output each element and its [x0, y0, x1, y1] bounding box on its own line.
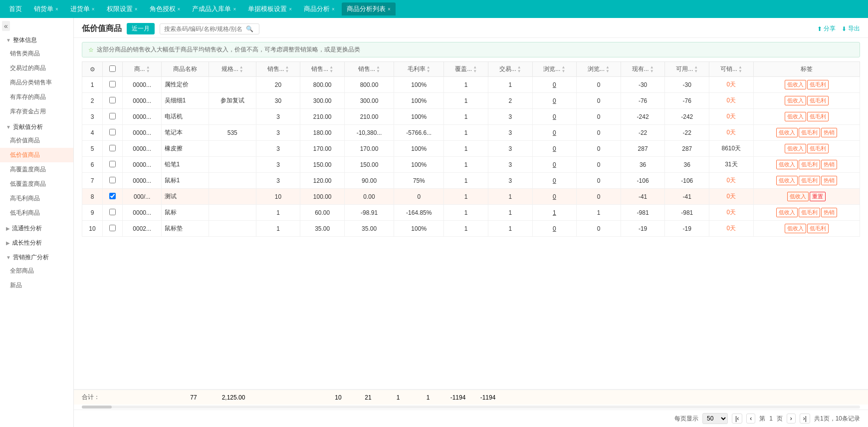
sidebar-item-all-goods[interactable]: 全部商品 — [0, 264, 73, 278]
pagination-first-btn[interactable]: |‹ — [732, 414, 742, 424]
nav-template-settings[interactable]: 单据模板设置 × — [243, 2, 297, 15]
sidebar-item-sales-goods[interactable]: 销售类商品 — [0, 46, 73, 61]
sidebar-group-overall[interactable]: ▼ 整体信息 — [0, 32, 73, 46]
tag-label: 低收入 — [776, 128, 798, 137]
nav-home[interactable]: 首页 — [4, 2, 27, 15]
row-checkbox[interactable] — [109, 129, 116, 135]
browse1-link[interactable]: 0 — [553, 145, 556, 152]
sidebar-item-high-margin[interactable]: 高毛利商品 — [0, 191, 73, 206]
filter-date-btn[interactable]: 近一月 — [127, 23, 155, 34]
cell-checkbox[interactable] — [103, 125, 123, 141]
row-checkbox[interactable] — [109, 225, 116, 231]
nav-product-analysis[interactable]: 商品分析 × — [299, 2, 340, 15]
table-row: 7 0000... 鼠标1 3 120.00 90.00 75% 1 3 0 0… — [82, 173, 860, 189]
cell-browse1[interactable]: 0 — [532, 221, 577, 237]
row-checkbox[interactable] — [109, 81, 116, 87]
cell-checkbox[interactable] — [103, 77, 123, 93]
sidebar-item-low-coverage[interactable]: 低覆盖度商品 — [0, 177, 73, 191]
nav-close-sales-order[interactable]: × — [55, 6, 58, 12]
cell-checkbox[interactable] — [103, 93, 123, 109]
cell-browse1[interactable]: 0 — [532, 189, 577, 205]
browse1-link[interactable]: 0 — [553, 97, 556, 104]
share-btn[interactable]: ⬆ 分享 — [817, 24, 836, 33]
nav-product-analysis-list[interactable]: 商品分析列表 × — [342, 2, 396, 15]
sidebar-group-marketing[interactable]: ▼ 营销推广分析 — [0, 249, 73, 264]
nav-permission-settings[interactable]: 权限设置 × — [102, 2, 143, 15]
browse1-link[interactable]: 0 — [553, 177, 556, 184]
cell-checkbox[interactable] — [103, 189, 123, 205]
sidebar-group-growth[interactable]: ▶ 成长性分析 — [0, 235, 73, 249]
sidebar-collapse-btn[interactable]: « — [2, 21, 10, 31]
nav-sales-order[interactable]: 销货单 × — [29, 2, 63, 15]
browse1-link[interactable]: 0 — [553, 193, 556, 200]
search-box[interactable]: 🔍 — [160, 23, 259, 34]
nav-close-purchase-order[interactable]: × — [92, 6, 95, 12]
cell-browse1[interactable]: 0 — [532, 157, 577, 173]
scrollbar-track[interactable] — [82, 406, 860, 409]
cell-checkbox[interactable] — [103, 205, 123, 221]
sidebar: « ▼ 整体信息 销售类商品 交易过的商品 商品分类销售率 有库存的商品 库存资… — [0, 18, 74, 427]
sidebar-item-traded-goods[interactable]: 交易过的商品 — [0, 61, 73, 75]
col-checkbox-all[interactable] — [103, 62, 123, 77]
current-page-num: 1 — [769, 415, 773, 422]
browse1-link[interactable]: 0 — [553, 113, 556, 120]
nav-close-permission[interactable]: × — [135, 6, 138, 12]
cell-coverage: 1 — [444, 157, 488, 173]
row-checkbox[interactable] — [109, 97, 116, 103]
col-settings[interactable]: ⚙ — [82, 62, 103, 77]
nav-purchase-order[interactable]: 进货单 × — [65, 2, 100, 15]
cell-browse1[interactable]: 0 — [532, 109, 577, 125]
browse1-link[interactable]: 0 — [553, 129, 556, 136]
per-page-select[interactable]: 50 100 200 — [702, 413, 728, 424]
nav-close-product-analysis-list[interactable]: × — [388, 6, 391, 12]
row-checkbox[interactable] — [109, 209, 116, 215]
sidebar-group-contribution[interactable]: ▼ 贡献值分析 — [0, 119, 73, 133]
row-checkbox[interactable] — [109, 145, 116, 151]
sidebar-group-liquidity[interactable]: ▶ 流通性分析 — [0, 220, 73, 235]
nav-product-warehouse[interactable]: 产成品入库单 × — [187, 2, 241, 15]
sidebar-item-inventory-capital[interactable]: 库存资金占用 — [0, 104, 73, 119]
cell-checkbox[interactable] — [103, 141, 123, 157]
export-btn[interactable]: ⬇ 导出 — [842, 24, 860, 33]
cell-browse1[interactable]: 0 — [532, 93, 577, 109]
cell-browse1[interactable]: 0 — [532, 125, 577, 141]
cell-sales-cost: 150.00 — [344, 157, 394, 173]
cell-checkbox[interactable] — [103, 173, 123, 189]
cell-checkbox[interactable] — [103, 221, 123, 237]
browse1-link[interactable]: 1 — [553, 209, 556, 216]
cell-coverage: 1 — [444, 125, 488, 141]
row-checkbox[interactable] — [109, 193, 116, 199]
row-checkbox[interactable] — [109, 177, 116, 183]
pagination-next-btn[interactable]: › — [787, 414, 796, 424]
sidebar-item-inventory-goods[interactable]: 有库存的商品 — [0, 90, 73, 104]
nav-close-template-settings[interactable]: × — [289, 6, 292, 12]
cell-browse1[interactable]: 0 — [532, 173, 577, 189]
browse1-link[interactable]: 0 — [553, 81, 556, 88]
notice-bar: ☆ 这部分商品的销售收入大幅低于商品平均销售收入，价值不高，可考虑调整营销策略，… — [82, 42, 860, 57]
nav-close-role-auth[interactable]: × — [178, 6, 181, 12]
browse1-link[interactable]: 0 — [553, 161, 556, 168]
pagination-last-btn[interactable]: ›| — [800, 414, 810, 424]
nav-close-product-warehouse[interactable]: × — [233, 6, 236, 12]
select-all-checkbox[interactable] — [109, 65, 116, 72]
row-checkbox[interactable] — [109, 161, 116, 167]
cell-checkbox[interactable] — [103, 109, 123, 125]
pagination-prev-btn[interactable]: ‹ — [746, 414, 755, 424]
sidebar-item-category-sales-rate[interactable]: 商品分类销售率 — [0, 75, 73, 90]
scrollbar-thumb[interactable] — [82, 406, 112, 409]
nav-role-auth[interactable]: 角色授权 × — [145, 2, 186, 15]
browse1-link[interactable]: 0 — [553, 225, 556, 232]
cell-browse1[interactable]: 1 — [532, 205, 577, 221]
search-input[interactable] — [164, 25, 244, 32]
sidebar-item-low-margin[interactable]: 低毛利商品 — [0, 206, 73, 220]
row-checkbox[interactable] — [109, 113, 116, 119]
cell-browse1[interactable]: 0 — [532, 141, 577, 157]
cell-browse1[interactable]: 0 — [532, 77, 577, 93]
tag-label: 热销 — [821, 208, 837, 217]
nav-close-product-analysis[interactable]: × — [332, 6, 335, 12]
sidebar-item-high-value[interactable]: 高价值商品 — [0, 133, 73, 148]
cell-checkbox[interactable] — [103, 157, 123, 173]
sidebar-item-new-goods[interactable]: 新品 — [0, 278, 73, 293]
sidebar-item-high-coverage[interactable]: 高覆盖度商品 — [0, 162, 73, 177]
sidebar-item-low-value[interactable]: 低价值商品 — [0, 148, 73, 162]
